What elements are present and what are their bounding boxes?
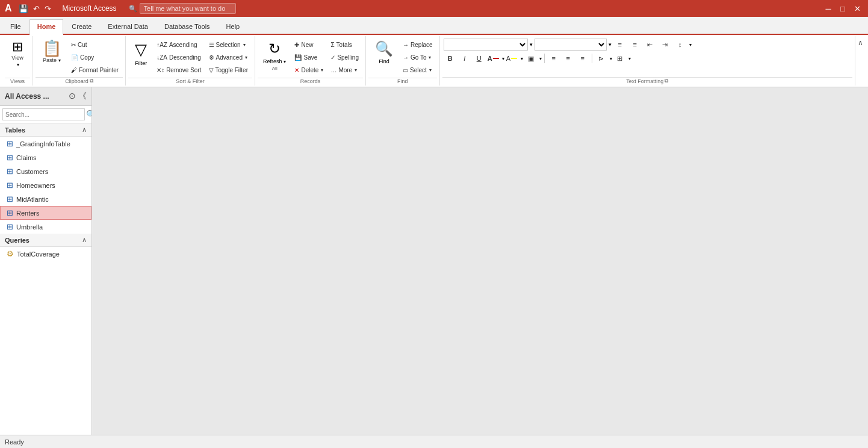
- nav-item-renters[interactable]: ⊞ Renters: [0, 206, 91, 220]
- nav-item-totalcoverage[interactable]: ⚙ TotalCoverage: [0, 247, 91, 261]
- align-right-button[interactable]: ≡: [576, 52, 589, 64]
- nav-item-umbrella[interactable]: ⊞ Umbrella: [0, 220, 91, 234]
- font-color-button[interactable]: A: [487, 52, 500, 64]
- toggle-filter-button[interactable]: ▽ Toggle Filter: [206, 64, 251, 76]
- highlight-button[interactable]: A: [506, 52, 519, 64]
- align-center-button[interactable]: ≡: [562, 52, 575, 64]
- nav-item-customers[interactable]: ⊞ Customers: [0, 164, 91, 178]
- underline-button[interactable]: U: [473, 52, 486, 64]
- nav-pane-title: All Access ...: [5, 92, 49, 101]
- queries-section-header[interactable]: Queries ∧: [0, 234, 91, 247]
- nav-item-midatlantic[interactable]: ⊞ MidAtlantic: [0, 192, 91, 206]
- tab-home[interactable]: Home: [29, 19, 64, 35]
- line-spacing-button[interactable]: ↕: [674, 39, 687, 51]
- new-record-button[interactable]: ✚ New: [291, 39, 326, 51]
- select-label: Select: [410, 67, 427, 73]
- background-color-button[interactable]: ▣: [524, 52, 538, 64]
- redo-quick-btn[interactable]: ↷: [43, 3, 53, 14]
- totals-button[interactable]: Σ Totals: [327, 39, 362, 51]
- tab-external-data[interactable]: External Data: [100, 19, 156, 34]
- minimize-button[interactable]: ─: [822, 2, 834, 14]
- advanced-button[interactable]: ⚙ Advanced ▾: [206, 51, 251, 63]
- tab-file[interactable]: File: [2, 19, 29, 34]
- ribbon-group-sort-filter: ▽ Filter ↑AZ Ascending ↓ZA Descending ✕↕…: [126, 36, 255, 86]
- maximize-button[interactable]: □: [837, 2, 849, 14]
- bold-button[interactable]: B: [444, 52, 457, 64]
- descending-button[interactable]: ↓ZA Descending: [153, 51, 204, 63]
- refresh-all-label: Refresh: [263, 58, 282, 64]
- filter-label: Filter: [135, 60, 147, 66]
- collapse-ribbon-button[interactable]: ∧: [857, 37, 864, 48]
- numbered-list-button[interactable]: ≡: [628, 39, 642, 51]
- title-bar-left: A 💾 ↶ ↷ Microsoft Access: [5, 3, 117, 14]
- spelling-button[interactable]: ✓ Spelling: [327, 51, 362, 63]
- delete-icon: ✕: [294, 67, 299, 73]
- toggle-filter-icon: ▽: [209, 67, 214, 73]
- find-label: Find: [379, 58, 389, 64]
- gridlines-button[interactable]: ⊞: [613, 52, 627, 64]
- queries-section-title: Queries: [5, 237, 29, 244]
- indent-text-button[interactable]: ⊳: [595, 52, 608, 64]
- selection-button[interactable]: ☰ Selection ▾: [206, 39, 251, 51]
- ascending-button[interactable]: ↑AZ Ascending: [153, 39, 204, 51]
- copy-button[interactable]: 📄 Copy: [68, 51, 122, 63]
- table-icon-customers: ⊞: [7, 167, 13, 176]
- paste-dropdown-arrow: ▾: [58, 58, 61, 63]
- save-quick-btn[interactable]: 💾: [17, 3, 30, 14]
- text-formatting-expand-icon[interactable]: ⧉: [665, 78, 668, 84]
- nav-search-input[interactable]: [2, 108, 85, 120]
- indent-increase-button[interactable]: ⇥: [659, 39, 672, 51]
- table-icon-gradingtable: ⊞: [7, 139, 13, 148]
- ribbon-group-clipboard: 📋 Paste ▾ ✂ Cut 📄 Copy 🖌: [33, 36, 126, 86]
- tab-create[interactable]: Create: [64, 19, 99, 34]
- nav-collapse-button[interactable]: 《: [78, 91, 87, 102]
- clipboard-group-label: Clipboard ⧉: [36, 77, 123, 86]
- align-left-button[interactable]: ≡: [547, 52, 560, 64]
- nav-item-homeowners[interactable]: ⊞ Homeowners: [0, 178, 91, 192]
- paste-button[interactable]: 📋 Paste ▾: [37, 39, 67, 65]
- table-icon-umbrella: ⊞: [7, 222, 13, 231]
- delete-button[interactable]: ✕ Delete ▾: [291, 64, 326, 76]
- view-button[interactable]: ⊞ View ▾: [6, 39, 29, 69]
- refresh-all-button[interactable]: ↻ Refresh ▾ All: [259, 39, 291, 73]
- replace-button[interactable]: → Replace: [400, 39, 436, 51]
- copy-label: Copy: [80, 54, 94, 61]
- nav-search-button[interactable]: 🔍: [86, 110, 92, 119]
- nav-item-claims[interactable]: ⊞ Claims: [0, 151, 91, 164]
- indent-decrease-button[interactable]: ⇤: [643, 39, 657, 51]
- italic-button[interactable]: I: [458, 52, 471, 64]
- copy-icon: 📄: [71, 54, 78, 61]
- tell-me-input[interactable]: [140, 3, 236, 14]
- spelling-label: Spelling: [337, 54, 359, 61]
- undo-quick-btn[interactable]: ↶: [31, 3, 42, 14]
- ribbon-collapse-area: ∧: [855, 36, 866, 86]
- more-label: More: [338, 67, 352, 73]
- filter-icon: ▽: [135, 40, 147, 59]
- nav-configure-button[interactable]: ⊙: [69, 91, 76, 102]
- nav-item-gradingtable[interactable]: ⊞ _GradingInfoTable: [0, 137, 91, 151]
- bullet-list-button[interactable]: ≡: [613, 39, 627, 51]
- cut-button[interactable]: ✂ Cut: [68, 39, 122, 51]
- clipboard-expand-icon[interactable]: ⧉: [90, 78, 93, 84]
- go-to-button[interactable]: → Go To ▾: [400, 51, 436, 63]
- tell-me-search[interactable]: 🔍: [129, 3, 236, 14]
- more-button[interactable]: … More ▾: [327, 64, 362, 76]
- tab-database-tools[interactable]: Database Tools: [157, 19, 218, 34]
- font-name-select[interactable]: [444, 39, 528, 51]
- separator-2: [592, 54, 592, 63]
- tables-section-header[interactable]: Tables ∧: [0, 123, 91, 137]
- select-button[interactable]: ▭ Select ▾: [400, 64, 436, 76]
- filter-button[interactable]: ▽ Filter: [129, 39, 152, 68]
- tab-help[interactable]: Help: [219, 19, 248, 34]
- refresh-all-icon: ↻: [268, 40, 281, 57]
- paste-icon: 📋: [42, 40, 61, 56]
- quick-access-toolbar: 💾 ↶ ↷: [17, 3, 53, 14]
- save-record-button[interactable]: 💾 Save: [291, 51, 326, 63]
- format-painter-button[interactable]: 🖌 Format Painter: [68, 64, 122, 76]
- find-button[interactable]: 🔍 Find: [370, 39, 398, 66]
- remove-sort-button[interactable]: ✕↕ Remove Sort: [153, 64, 204, 76]
- font-size-select[interactable]: [535, 39, 607, 51]
- close-button[interactable]: ✕: [851, 2, 863, 14]
- indent-dropdown-arrow: ▾: [610, 56, 612, 61]
- replace-label: Replace: [411, 42, 433, 48]
